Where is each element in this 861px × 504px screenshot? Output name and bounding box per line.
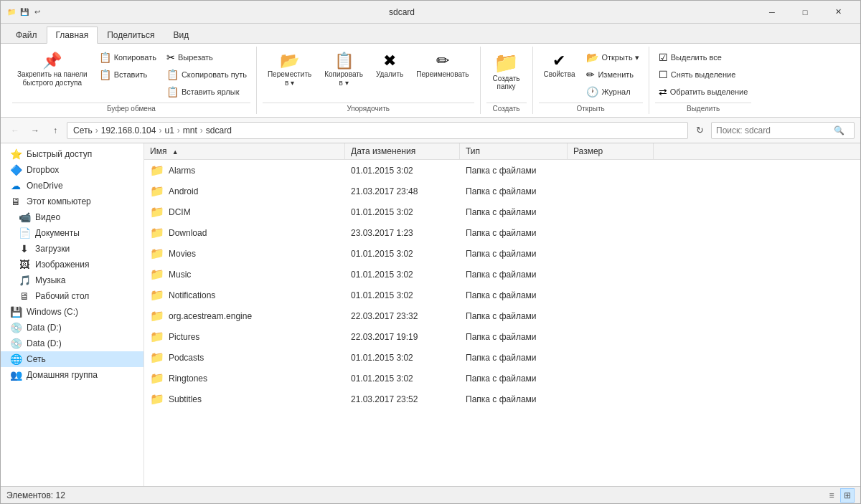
search-icon[interactable]: 🔍 [834,125,844,135]
paste-icon: 📋 [99,69,111,80]
sidebar-item-documents[interactable]: 📄 Документы [1,225,144,241]
path-sdcard[interactable]: sdcard [206,125,232,135]
tab-view[interactable]: Вид [164,27,198,43]
delete-button[interactable]: ✖ Удалить [371,49,408,82]
new-folder-button[interactable]: 📁 Создатьпапку [486,49,527,94]
sidebar-item-onedrive[interactable]: ☁ OneDrive [1,178,144,194]
window-title: sdcard [48,7,756,17]
copy-path-button[interactable]: 📋 Скопировать путь [163,67,250,82]
sidebar-item-dropbox[interactable]: 🔷 Dropbox [1,162,144,178]
deselect-button[interactable]: ☐ Снять выделение [655,67,752,82]
up-button[interactable]: ↑ [47,122,64,139]
file-list-header: Имя ▲ Дата изменения Тип Размер [144,143,860,160]
title-bar-quick-icons: 📁 💾 ↩ [6,7,42,17]
invert-icon: ⇄ [659,86,667,98]
copy-button[interactable]: 📋 Копировать [95,49,160,65]
homegroup-icon: 👥 [9,369,22,381]
file-name: Notifications [169,290,215,300]
file-size [568,168,654,173]
edit-button[interactable]: ✏ Изменить [583,67,642,82]
maximize-button[interactable]: □ [789,1,822,24]
path-mnt[interactable]: mnt [183,125,197,135]
tab-share[interactable]: Поделиться [98,27,164,43]
select-all-button[interactable]: ☑ Выделить все [655,49,752,65]
path-network[interactable]: Сеть [73,125,93,135]
deselect-label: Снять выделение [671,70,736,79]
invert-button[interactable]: ⇄ Обратить выделение [655,84,752,100]
sidebar-item-desktop[interactable]: 🖥 Рабочий стол [1,288,144,304]
table-row[interactable]: 📁 Subtitles 21.03.2017 23:52 Папка с фай… [144,389,860,409]
folder-icon: 📁 [150,392,164,406]
sidebar-item-downloads[interactable]: ⬇ Загрузки [1,241,144,257]
address-path[interactable]: Сеть › 192.168.0.104 › u1 › mnt › sdcard [67,122,688,139]
sidebar-label-onedrive: OneDrive [27,181,63,191]
close-button[interactable]: ✕ [822,1,855,24]
details-view-button[interactable]: ≡ [824,488,839,503]
table-row[interactable]: 📁 Pictures 22.03.2017 19:19 Папка с файл… [144,326,860,347]
sidebar-item-images[interactable]: 🖼 Изображения [1,257,144,272]
onedrive-icon: ☁ [9,180,22,191]
tab-file[interactable]: Файл [6,27,47,43]
main-area: ⭐ Быстрый доступ 🔷 Dropbox ☁ OneDrive 🖥 … [1,143,860,486]
table-row[interactable]: 📁 Android 21.03.2017 23:48 Папка с файла… [144,181,860,201]
file-list: 📁 Alarms 01.01.2015 3:02 Папка с файлами… [144,160,860,486]
open-button[interactable]: 📂 Открыть ▾ [583,49,642,65]
sidebar-item-this-pc[interactable]: 🖥 Этот компьютер [1,194,144,209]
minimize-button[interactable]: ─ [756,1,789,24]
move-label: Переместитьв ▾ [268,70,311,87]
deselect-icon: ☐ [659,69,668,80]
undo-icon[interactable]: ↩ [32,7,42,17]
pin-button[interactable]: 📌 Закрепить на панелибыстрого доступа [12,49,93,91]
table-row[interactable]: 📁 Download 23.03.2017 1:23 Папка с файла… [144,222,860,243]
table-row[interactable]: 📁 Ringtones 01.01.2015 3:02 Папка с файл… [144,368,860,389]
sidebar-item-data-d2[interactable]: 💿 Data (D:) [1,336,144,351]
file-type: Папка с файлами [460,330,568,344]
sidebar-item-data-d1[interactable]: 💿 Data (D:) [1,320,144,336]
file-type: Папка с файлами [460,351,568,365]
sidebar-label-desktop: Рабочий стол [35,291,89,301]
cut-button[interactable]: ✂ Вырезать [163,49,250,65]
sidebar-item-network[interactable]: 🌐 Сеть [1,351,144,367]
sidebar-label-network: Сеть [27,354,46,364]
file-area: Имя ▲ Дата изменения Тип Размер 📁 Alarms… [144,143,860,486]
rename-button[interactable]: ✏ Переименовать [411,49,474,82]
col-header-size[interactable]: Размер [568,143,654,159]
table-row[interactable]: 📁 Movies 01.01.2015 3:02 Папка с файлами [144,243,860,264]
path-u1[interactable]: u1 [164,125,174,135]
windows-c-icon: 💾 [9,306,22,318]
table-row[interactable]: 📁 Music 01.01.2015 3:02 Папка с файлами [144,264,860,285]
copy-to-button[interactable]: 📋 Копироватьв ▾ [319,49,368,91]
col-header-name[interactable]: Имя ▲ [144,143,345,159]
folder-icon: 📁 [150,247,164,260]
save-icon[interactable]: 💾 [19,7,29,17]
paste-button[interactable]: 📋 Вставить [95,67,160,82]
col-header-type[interactable]: Тип [460,143,568,159]
select-col: ☑ Выделить все ☐ Снять выделение ⇄ Обрат… [655,49,752,100]
table-row[interactable]: 📁 DCIM 01.01.2015 3:02 Папка с файлами [144,201,860,222]
properties-button[interactable]: ✔ Свойства [539,49,580,82]
copy-to-label: Копироватьв ▾ [324,70,363,87]
music-icon: 🎵 [18,275,31,286]
file-date: 01.01.2015 3:02 [345,247,460,261]
delete-label: Удалить [376,70,403,79]
tiles-view-button[interactable]: ⊞ [840,488,855,503]
paste-shortcut-button[interactable]: 📋 Вставить ярлык [163,84,250,100]
search-input[interactable] [716,125,831,135]
path-ip[interactable]: 192.168.0.104 [101,125,156,135]
table-row[interactable]: 📁 Notifications 01.01.2015 3:02 Папка с … [144,285,860,305]
table-row[interactable]: 📁 Podcasts 01.01.2015 3:02 Папка с файла… [144,347,860,368]
sidebar-item-music[interactable]: 🎵 Музыка [1,272,144,288]
table-row[interactable]: 📁 org.acestream.engine 22.03.2017 23:32 … [144,305,860,326]
table-row[interactable]: 📁 Alarms 01.01.2015 3:02 Папка с файлами [144,160,860,181]
sidebar-item-homegroup[interactable]: 👥 Домашняя группа [1,367,144,383]
refresh-button[interactable]: ↻ [691,122,708,139]
sidebar-item-quick-access[interactable]: ⭐ Быстрый доступ [1,146,144,162]
forward-button[interactable]: → [27,122,44,139]
tab-home[interactable]: Главная [47,27,98,44]
move-button[interactable]: 📂 Переместитьв ▾ [263,49,316,91]
history-button[interactable]: 🕐 Журнал [583,84,642,100]
sidebar-item-video[interactable]: 📹 Видео [1,209,144,225]
back-button[interactable]: ← [6,122,24,139]
col-header-date[interactable]: Дата изменения [345,143,460,159]
sidebar-item-windows-c[interactable]: 💾 Windows (C:) [1,304,144,320]
